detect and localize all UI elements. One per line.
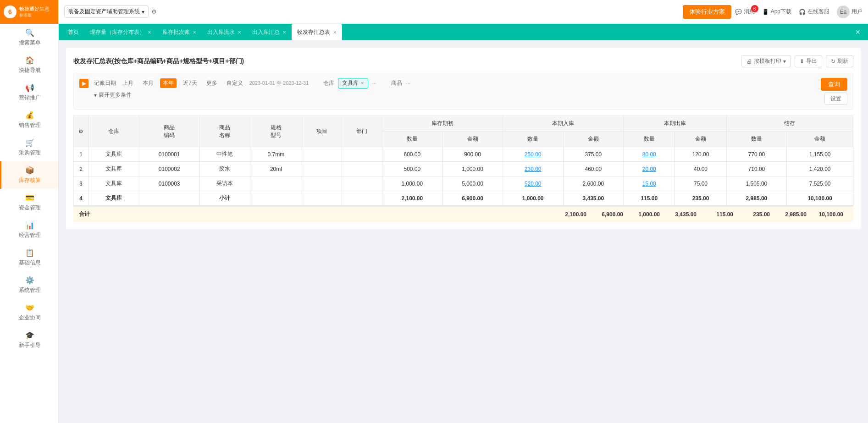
app-download-label: App下载 bbox=[771, 8, 791, 16]
row-department bbox=[342, 147, 382, 162]
row-out-qty[interactable]: 80.00 bbox=[624, 147, 675, 162]
table-footer: 合计 2,100.00 6,900.00 1,000.00 3,435.00 1… bbox=[73, 206, 853, 222]
row-warehouse: 文具库 bbox=[88, 162, 139, 176]
row-opening-qty: 1,000.00 bbox=[382, 176, 442, 191]
date-btn-custom[interactable]: 自定义 bbox=[224, 78, 246, 88]
th-opening-qty: 数量 bbox=[382, 132, 442, 147]
sidebar-icon-quick-nav: 🏠 bbox=[25, 56, 34, 65]
sidebar-item-purchase[interactable]: 🛒 采购管理 bbox=[0, 134, 58, 161]
row-closing-qty: 2,985.00 bbox=[726, 191, 787, 206]
sidebar-nav: 🔍 搜索菜单 🏠 快捷导航 📢 营销推广 💰 销售管理 🛒 采购管理 📦 库存核… bbox=[0, 24, 58, 423]
app-download-action[interactable]: 📱 App下载 bbox=[762, 8, 791, 16]
tab-close-inventory-dist[interactable]: ✕ bbox=[148, 30, 151, 35]
sidebar-item-inventory[interactable]: 📦 库存核算 bbox=[0, 161, 58, 189]
sidebar-item-marketing[interactable]: 📢 营销推广 bbox=[0, 79, 58, 106]
sidebar-item-cooperation[interactable]: 🤝 企业协同 bbox=[0, 299, 58, 326]
tab-home[interactable]: 首页 bbox=[62, 24, 84, 40]
sidebar-item-basic-info[interactable]: 📋 基础信息 bbox=[0, 244, 58, 271]
tab-inout-flow[interactable]: 出入库流水✕ bbox=[202, 24, 247, 40]
refresh-label: 刷新 bbox=[837, 57, 848, 65]
goods-label: 商品 bbox=[391, 79, 402, 87]
tab-close-inout-flow[interactable]: ✕ bbox=[238, 30, 241, 35]
date-btn-more[interactable]: 更多 bbox=[204, 78, 220, 88]
row-index: 3 bbox=[74, 176, 88, 191]
warehouse-more[interactable]: ··· bbox=[372, 80, 376, 87]
page-header: 收发存汇总表(按仓库+商品编码+商品+规格型号+项目+部门) 🖨 按模板打印 ▾… bbox=[73, 55, 853, 67]
row-closing-amt: 7,525.00 bbox=[787, 176, 853, 191]
settings-icon[interactable]: ⚙ bbox=[151, 8, 157, 15]
chevron-down-icon: ▾ bbox=[142, 9, 144, 15]
page-actions: 🖨 按模板打印 ▾ ⬇ 导出 ↻ 刷新 bbox=[741, 55, 853, 67]
query-button[interactable]: 查询 bbox=[821, 78, 847, 91]
tab-close-inout-summary[interactable]: ✕ bbox=[282, 30, 286, 35]
sidebar-label-search: 搜索菜单 bbox=[19, 39, 41, 47]
sidebar-item-finance[interactable]: 💳 资金管理 bbox=[0, 189, 58, 216]
th-department: 部门 bbox=[342, 116, 382, 147]
sidebar-item-quick-nav[interactable]: 🏠 快捷导航 bbox=[0, 51, 58, 79]
row-opening-amt: 900.00 bbox=[442, 147, 503, 162]
print-button[interactable]: 🖨 按模板打印 ▾ bbox=[741, 55, 791, 67]
row-closing-qty: 710.00 bbox=[726, 162, 787, 176]
sidebar-item-sales[interactable]: 💰 销售管理 bbox=[0, 106, 58, 134]
th-closing-qty: 数量 bbox=[726, 132, 787, 147]
sidebar-item-system[interactable]: ⚙️ 系统管理 bbox=[0, 271, 58, 299]
sidebar-item-search[interactable]: 🔍 搜索菜单 bbox=[0, 24, 58, 51]
system-selector[interactable]: 装备及固定资产辅助管理系统 ▾ bbox=[64, 5, 149, 18]
row-in-qty[interactable]: 250.00 bbox=[503, 147, 563, 162]
export-button[interactable]: ⬇ 导出 bbox=[795, 55, 822, 67]
tab-batch-account[interactable]: 库存批次账✕ bbox=[157, 24, 202, 40]
expand-label: 展开更多条件 bbox=[99, 91, 132, 99]
sidebar-item-operations[interactable]: 📊 经营管理 bbox=[0, 216, 58, 244]
filter-toggle[interactable]: ▶ bbox=[79, 79, 88, 88]
row-index: 4 bbox=[74, 191, 88, 206]
tab-close-recv-send-summary[interactable]: ✕ bbox=[333, 30, 337, 35]
row-goods-code bbox=[139, 191, 199, 206]
sidebar-icon-operations: 📊 bbox=[25, 221, 34, 230]
th-goods-code: 商品编码 bbox=[139, 116, 199, 147]
row-project bbox=[302, 147, 342, 162]
close-all-tabs[interactable]: ✕ bbox=[851, 27, 864, 38]
logo-icon: 6 bbox=[4, 5, 17, 18]
row-goods-spec: 0.7mm bbox=[250, 147, 302, 162]
goods-more[interactable]: ··· bbox=[406, 80, 410, 87]
tab-close-batch-account[interactable]: ✕ bbox=[193, 30, 196, 35]
date-btn-last-month[interactable]: 上月 bbox=[120, 78, 136, 88]
row-out-qty: 115.00 bbox=[624, 191, 675, 206]
row-in-qty[interactable]: 230.00 bbox=[503, 162, 563, 176]
message-action[interactable]: 💬 消息 6 bbox=[735, 8, 755, 16]
sidebar: 6 畅捷通好生意 标准版 🔍 搜索菜单 🏠 快捷导航 📢 营销推广 💰 销售管理… bbox=[0, 0, 59, 423]
tab-recv-send-summary[interactable]: 收发存汇总表✕ bbox=[292, 24, 342, 40]
row-in-qty[interactable]: 520.00 bbox=[503, 176, 563, 191]
date-btn-this-month[interactable]: 本月 bbox=[140, 78, 156, 88]
sidebar-label-inventory: 库存核算 bbox=[19, 176, 41, 184]
online-service-action[interactable]: 🎧 在线客服 bbox=[799, 8, 829, 16]
footer-opening-amt: 6,900.00 bbox=[591, 211, 628, 218]
row-out-qty[interactable]: 15.00 bbox=[624, 176, 675, 191]
sidebar-icon-system: ⚙️ bbox=[25, 276, 34, 285]
row-out-qty[interactable]: 20.00 bbox=[624, 162, 675, 176]
date-btn-7days[interactable]: 近7天 bbox=[180, 78, 200, 88]
row-goods-name: 小计 bbox=[199, 191, 250, 206]
user-action[interactable]: Ea 用户 bbox=[837, 5, 862, 18]
date-btn-this-year[interactable]: 本年 bbox=[160, 78, 177, 88]
sidebar-label-sales: 销售管理 bbox=[19, 121, 41, 129]
warehouse-tag-close[interactable]: ✕ bbox=[360, 81, 364, 86]
expand-conditions-btn[interactable]: ▾ 展开更多条件 bbox=[94, 91, 815, 99]
th-closing: 结存 bbox=[726, 116, 853, 132]
date-label: 记账日期 bbox=[94, 79, 116, 87]
row-opening-qty: 500.00 bbox=[382, 162, 442, 176]
tab-inventory-dist[interactable]: 现存量（库存分布表）✕ bbox=[84, 24, 157, 40]
trial-button[interactable]: 体验行业方案 bbox=[683, 5, 731, 19]
tab-inout-summary[interactable]: 出入库汇总✕ bbox=[247, 24, 292, 40]
settings-button[interactable]: 设置 bbox=[824, 93, 847, 105]
refresh-button[interactable]: ↻ 刷新 bbox=[826, 55, 853, 67]
row-department bbox=[342, 176, 382, 191]
footer-closing-amt: 10,100.00 bbox=[811, 211, 848, 218]
sidebar-label-finance: 资金管理 bbox=[19, 204, 41, 212]
sidebar-icon-inventory: 📦 bbox=[25, 166, 34, 175]
sidebar-item-guide[interactable]: 🎓 新手引导 bbox=[0, 326, 58, 354]
topbar: 装备及固定资产辅助管理系统 ▾ ⚙ 体验行业方案 💬 消息 6 📱 App下载 … bbox=[59, 0, 868, 24]
th-opening-amt: 金额 bbox=[442, 132, 503, 147]
tab-label-recv-send-summary: 收发存汇总表 bbox=[297, 28, 330, 36]
sidebar-label-basic-info: 基础信息 bbox=[19, 259, 41, 267]
